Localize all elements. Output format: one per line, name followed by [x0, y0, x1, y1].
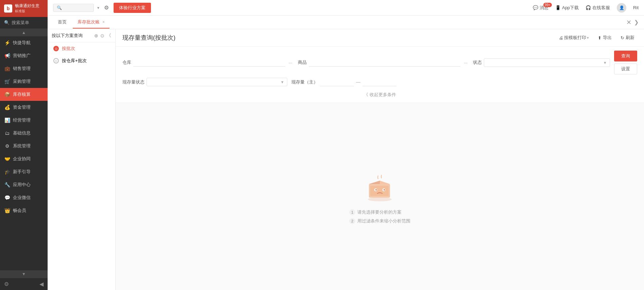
filter-area: 仓库 ··· 商品 ··· 状态 ▾	[116, 47, 644, 103]
avatar[interactable]: 👤	[617, 3, 626, 13]
goods-more-icon[interactable]: ···	[462, 59, 469, 66]
service-label: 在线客服	[592, 5, 610, 11]
sidebar-item-marketing[interactable]: 📢 营销推广	[0, 49, 48, 62]
settings-button[interactable]: 设置	[614, 64, 637, 74]
export-btn[interactable]: ⬆ 导出	[595, 33, 614, 42]
sidebar-item-newbie[interactable]: 🎓 新手引导	[0, 165, 48, 178]
exp-btn[interactable]: 体验行业方案	[114, 3, 151, 13]
sidebar-item-finance[interactable]: 💰 资金管理	[0, 101, 48, 114]
tab-close-icon[interactable]: ×	[102, 20, 105, 24]
message-button[interactable]: 💬 消息 99+	[533, 5, 548, 11]
tab-home-label: 首页	[58, 19, 67, 25]
inventory-amount-to[interactable]	[362, 78, 396, 86]
sidebar-item-label: 销售管理	[13, 66, 31, 72]
sidebar-item-wechat[interactable]: 💬 企业微信	[0, 191, 48, 204]
tab-panel-close-icon[interactable]: ✕	[626, 19, 631, 26]
scheme-inactive-icon: ⊙	[53, 58, 59, 64]
filter-row-1: 仓库 ··· 商品 ··· 状态 ▾	[122, 51, 637, 74]
topbar-chevron-icon[interactable]: ▾	[97, 5, 99, 10]
search-menu[interactable]: 🔍 搜索菜单	[0, 17, 48, 29]
refresh-btn[interactable]: ↻ 刷新	[618, 33, 637, 42]
svg-marker-2	[369, 181, 380, 184]
sidebar-item-member[interactable]: 👑 畅会员	[0, 204, 48, 217]
sidebar-header: b 畅康通好生意 标准版	[0, 0, 48, 17]
scheme-item-by-batch[interactable]: ⊙ 按批次	[48, 42, 115, 55]
settings-icon[interactable]: ⚙	[4, 281, 9, 287]
newbie-icon: 🎓	[4, 169, 10, 175]
page-title: 现存量查询(按批次)	[122, 34, 175, 42]
inventory-status-chevron-icon: ▾	[281, 79, 284, 85]
empty-hint-1: 1 请先选择要分析的方案	[349, 209, 410, 215]
goods-label: 商品	[298, 59, 307, 66]
svg-rect-4	[370, 186, 389, 196]
sidebar-item-label: 经营管理	[13, 117, 31, 123]
sidebar-item-purchase[interactable]: 🛒 采购管理	[0, 75, 48, 88]
add-scheme-icon[interactable]: ⊕	[94, 33, 98, 38]
scheme-item-by-warehouse-batch[interactable]: ⊙ 按仓库+批次	[48, 55, 115, 67]
sidebar-item-label: 企业协同	[13, 156, 31, 162]
sidebar-item-sales[interactable]: 💼 销售管理	[0, 62, 48, 75]
left-panel-header: 按以下方案查询 ⊕ ⊙ 《	[48, 29, 115, 42]
topbar: 🔍 ▾ ⚙ 体验行业方案 💬 消息 99+ 📱 App下载 🎧 在线客服 👤 R…	[48, 0, 644, 16]
hint-2-text: 用过滤条件来缩小分析范围	[357, 218, 410, 224]
warehouse-more-icon[interactable]: ···	[287, 59, 294, 66]
sidebar-item-label: 资金管理	[13, 104, 31, 110]
topbar-right: 💬 消息 99+ 📱 App下载 🎧 在线客服 👤 Rit	[533, 3, 639, 13]
tab-active-label: 库存批次账	[78, 19, 100, 25]
app-name: 畅康通好生意	[15, 3, 39, 9]
scroll-down-button[interactable]: ▼	[0, 270, 48, 278]
status-select[interactable]: ▾	[484, 58, 610, 67]
empty-hints: 1 请先选择要分析的方案 2 用过滤条件来缩小分析范围	[349, 209, 410, 224]
svg-point-0	[368, 197, 392, 201]
hint-1-text: 请先选择要分析的方案	[357, 209, 402, 215]
sidebar-item-label: 采购管理	[13, 78, 31, 85]
sidebar-item-label: 畅会员	[13, 207, 26, 214]
sidebar-item-system[interactable]: ⚙ 系统管理	[0, 140, 48, 152]
topbar-search[interactable]: 🔍	[53, 4, 94, 12]
refresh-icon: ↻	[621, 35, 624, 40]
sidebar-item-label: 应用中心	[13, 182, 31, 188]
search-icon: 🔍	[4, 20, 10, 25]
sidebar-item-apps[interactable]: 🔧 应用中心	[0, 178, 48, 191]
inventory-amount-from[interactable]	[320, 78, 354, 86]
online-service-button[interactable]: 🎧 在线客服	[586, 5, 610, 11]
content-area: 按以下方案查询 ⊕ ⊙ 《 ⊙ 按批次 ⊙	[48, 29, 644, 290]
empty-hint-2: 2 用过滤条件来缩小分析范围	[349, 218, 410, 224]
sidebar-item-collab[interactable]: 🤝 企业协同	[0, 152, 48, 165]
goods-input[interactable]	[309, 58, 461, 67]
svg-point-7	[375, 189, 377, 191]
inventory-status-select[interactable]: ▾	[147, 78, 287, 86]
operation-icon: 📊	[4, 117, 10, 123]
scheme-settings-icon[interactable]: ⊙	[100, 33, 104, 38]
tab-home[interactable]: 首页	[53, 16, 71, 29]
empty-state: 1 请先选择要分析的方案 2 用过滤条件来缩小分析范围	[116, 103, 644, 290]
status-chevron-icon: ▾	[604, 60, 606, 65]
inventory-amount-label: 现存量（主）	[291, 79, 318, 85]
export-icon: ⬆	[598, 35, 601, 40]
sidebar-item-label: 新手引导	[13, 169, 31, 175]
query-button[interactable]: 查询	[614, 51, 637, 61]
page-title-bar: 现存量查询(按批次) 🖨 按模板打印 ▾ ⬆ 导出 ↻ 刷新	[116, 29, 644, 47]
scheme-active-icon: ⊙	[53, 46, 59, 52]
goods-field: 商品 ···	[298, 58, 469, 67]
inventory-status-label: 现存量状态	[122, 79, 145, 85]
sidebar-item-quick-nav[interactable]: ⚡ 快捷导航	[0, 36, 48, 49]
warehouse-field: 仓库 ···	[122, 58, 294, 67]
print-btn[interactable]: 🖨 按模板打印 ▾	[556, 33, 592, 42]
warehouse-input[interactable]	[133, 58, 285, 67]
tab-bar: 首页 库存批次账 × ✕ ❯	[48, 16, 644, 29]
collapse-panel-icon[interactable]: 《	[106, 33, 111, 39]
collapse-more-button[interactable]: 《 收起更多条件	[122, 90, 637, 98]
sidebar-item-basic[interactable]: 🗂 基础信息	[0, 127, 48, 140]
topbar-gear-icon[interactable]: ⚙	[104, 4, 109, 11]
sidebar-item-operation[interactable]: 📊 经营管理	[0, 114, 48, 127]
tab-inventory-batch[interactable]: 库存批次账 ×	[73, 16, 109, 29]
print-chevron-icon: ▾	[587, 36, 589, 40]
collapse-sidebar-icon[interactable]: ◀	[39, 281, 44, 287]
app-download-button[interactable]: 📱 App下载	[555, 5, 579, 11]
scroll-up-button[interactable]: ▲	[0, 29, 48, 36]
app-logo: b	[4, 4, 12, 13]
tab-panel-expand-icon[interactable]: ❯	[634, 19, 639, 25]
sidebar-item-inventory[interactable]: 📦 库存核算	[0, 88, 48, 101]
member-icon: 👑	[4, 207, 10, 214]
